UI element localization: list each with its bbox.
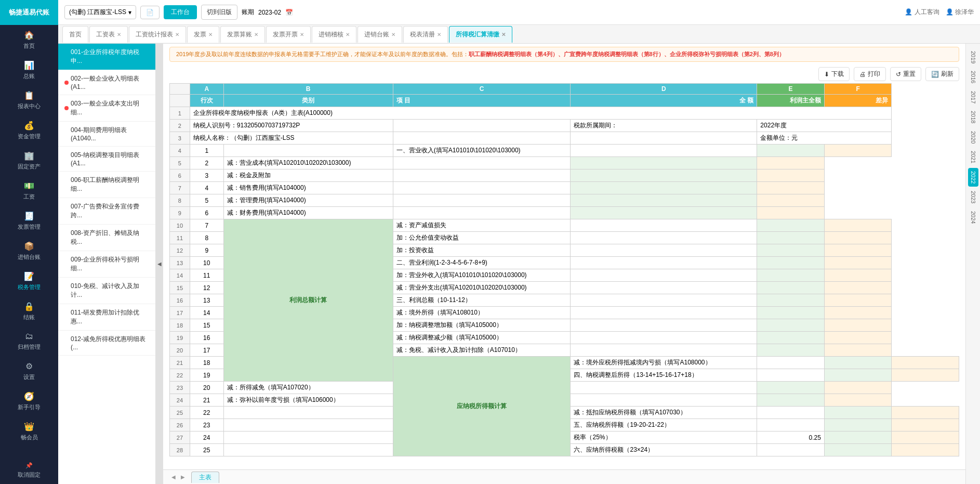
row-item[interactable]: 减：境外应税所得抵减境内亏损（填写A108000）	[571, 357, 757, 369]
row-profit-amount[interactable]	[571, 207, 757, 219]
row-diff[interactable]	[824, 145, 892, 157]
row-item[interactable]: 减：免税、减计收入及加计扣除（A107010）	[393, 344, 571, 357]
row-item[interactable]: 减：税金及附加	[223, 169, 393, 182]
row-profit-amount[interactable]	[757, 282, 825, 294]
row-diff[interactable]	[824, 219, 892, 232]
row-amount[interactable]	[571, 344, 757, 357]
row-amount[interactable]	[393, 169, 571, 182]
company-selector[interactable]: (勾删) 江西服宝-LSS ▾	[64, 5, 136, 19]
tab-close-icon[interactable]: ✕	[175, 32, 179, 37]
row-profit-amount[interactable]	[757, 307, 825, 319]
left-panel-item-006[interactable]: 006-职工薪酬纳税调整明细...	[58, 172, 155, 198]
sidebar-item-sales[interactable]: 📦进销台账	[0, 236, 58, 266]
row-item[interactable]: 减：抵扣应纳税所得额（填写A107030）	[571, 407, 757, 419]
year-item-2017[interactable]: 2017	[968, 88, 978, 107]
row-profit-amount[interactable]	[571, 169, 757, 182]
tab-income-tax[interactable]: 所得税汇算清缴✕	[449, 26, 512, 43]
left-panel-item-001[interactable]: 001-企业所得税年度纳税申...	[58, 44, 155, 70]
row-diff[interactable]	[824, 319, 892, 332]
row-item[interactable]: 加：公允价值变动收益	[393, 232, 571, 244]
row-amount[interactable]	[571, 232, 757, 244]
row-item[interactable]: 减：资产减值损失	[393, 219, 571, 232]
year-item-2019[interactable]: 2019	[968, 48, 978, 67]
row-amount[interactable]	[393, 182, 571, 194]
row-item[interactable]: 减：财务费用(填写A104000)	[223, 207, 393, 219]
left-panel-item-007[interactable]: 007-广告费和业务宣传费跨...	[58, 198, 155, 225]
row-diff[interactable]	[757, 194, 825, 207]
row-item[interactable]: 三、利润总额（10-11-12）	[393, 294, 571, 307]
row-item[interactable]: 减：所得减免（填写A107020）	[223, 382, 393, 394]
row-diff[interactable]	[824, 244, 892, 257]
row-profit-amount[interactable]	[757, 232, 825, 244]
row-diff[interactable]	[892, 407, 959, 419]
reset-button[interactable]: ↺重置	[890, 67, 921, 81]
row-amount[interactable]	[571, 257, 757, 269]
workbench-button[interactable]: 工作台	[164, 5, 197, 19]
left-panel-item-009[interactable]: 009-企业所得税补亏损明细...	[58, 251, 155, 278]
row-amount[interactable]	[571, 307, 757, 319]
row-diff[interactable]	[757, 182, 825, 194]
calendar-icon[interactable]: 📅	[285, 9, 293, 16]
row-item[interactable]: 五、应纳税所得额（19-20-21-22）	[571, 419, 757, 431]
row-item[interactable]: 加：纳税调整增加额（填写A105000）	[393, 319, 571, 332]
row-amount[interactable]	[757, 369, 825, 382]
row-item[interactable]: 六、应纳所得税额（23×24）	[571, 444, 757, 456]
row-profit-amount[interactable]	[757, 294, 825, 307]
row-item[interactable]: 减：弥补以前年度亏损（填写A106000）	[223, 394, 393, 407]
year-item-2023[interactable]: 2023	[968, 188, 978, 206]
row-amount[interactable]	[757, 407, 825, 419]
left-panel-item-012[interactable]: 012-减免所得税优惠明细表(...	[58, 331, 155, 356]
row-profit-amount[interactable]	[757, 219, 825, 232]
row-profit-amount[interactable]	[824, 407, 892, 419]
row-amount[interactable]	[393, 157, 571, 169]
switch-version-button[interactable]: 切到旧版	[201, 5, 237, 20]
row-item[interactable]: 税率（25%）	[571, 431, 757, 444]
row-diff[interactable]	[757, 207, 825, 219]
row-amount[interactable]: 0.25	[757, 431, 825, 444]
row-diff[interactable]	[824, 269, 892, 282]
row-item[interactable]: 二、营业利润(1-2-3-4-5-6-7-8+9)	[393, 257, 571, 269]
table-area[interactable]: A B C D E F 行次 类别 项 目 全 额 利润主全额 差异 1企业所得…	[163, 83, 965, 469]
row-item[interactable]: 减：营业外支出(填写A102010\102020\103000)	[393, 282, 571, 294]
row-amount[interactable]	[571, 394, 757, 407]
row-profit-amount[interactable]	[757, 244, 825, 257]
row-amount[interactable]	[757, 444, 825, 456]
sidebar-item-invoice[interactable]: 🧾发票管理	[0, 206, 58, 236]
row-item[interactable]: 减：营业成本(填写A102010\102020\103000)	[223, 157, 393, 169]
year-item-2022[interactable]: 2022	[968, 168, 978, 187]
row-amount[interactable]	[571, 219, 757, 232]
year-item-2024[interactable]: 2024	[968, 208, 978, 227]
sidebar-item-tax[interactable]: 📝税务管理	[0, 266, 58, 296]
download-button[interactable]: ⬇下载	[818, 67, 850, 81]
collapse-button[interactable]: ◀	[156, 44, 163, 484]
left-panel-item-005[interactable]: 005-纳税调整项目明细表(A1...	[58, 147, 155, 172]
row-diff[interactable]	[892, 357, 959, 369]
sidebar-item-reports[interactable]: 📋报表中心	[0, 85, 58, 115]
tab-close-icon[interactable]: ✕	[391, 32, 395, 37]
tab-home[interactable]: 首页	[62, 26, 88, 43]
tab-invoice-open[interactable]: 发票开票✕	[266, 26, 311, 43]
row-item[interactable]: 减：境外所得（填写A108010）	[393, 307, 571, 319]
row-profit-amount[interactable]	[757, 319, 825, 332]
left-panel-item-002[interactable]: 002-一般企业收入明细表(A1...	[58, 70, 155, 95]
row-amount[interactable]	[571, 294, 757, 307]
row-amount[interactable]	[571, 269, 757, 282]
row-amount[interactable]	[571, 319, 757, 332]
row-diff[interactable]	[824, 382, 892, 394]
row-diff[interactable]	[757, 157, 825, 169]
row-diff[interactable]	[824, 282, 892, 294]
tab-sales-verify[interactable]: 进销稽核✕	[312, 26, 356, 43]
sidebar-item-member[interactable]: 👑畅会员	[0, 416, 58, 447]
row-amount[interactable]	[393, 194, 571, 207]
left-panel-item-004[interactable]: 004-期间费用明细表(A1040...	[58, 122, 155, 147]
service-link[interactable]: 👤 人工客询	[905, 8, 939, 17]
row-profit-amount[interactable]	[757, 257, 825, 269]
tab-close-icon[interactable]: ✕	[117, 32, 121, 37]
row-profit-amount[interactable]	[757, 145, 825, 157]
row-profit-amount[interactable]	[824, 357, 892, 369]
left-panel-item-010[interactable]: 010-免税、减计收入及加计...	[58, 278, 155, 304]
row-item[interactable]: 减：销售费用(填写A104000)	[223, 182, 393, 194]
year-item-2020[interactable]: 2020	[968, 128, 978, 147]
row-profit-amount[interactable]	[824, 444, 892, 456]
row-profit-amount[interactable]	[757, 394, 825, 407]
